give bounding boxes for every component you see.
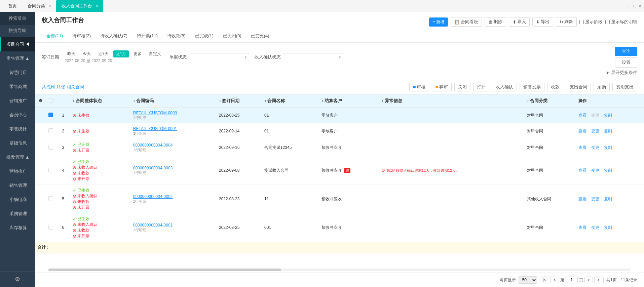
contract-code-link-4[interactable]: 0000000000004-0003 <box>133 166 173 170</box>
tab-home[interactable]: 首页 <box>3 0 22 12</box>
th-check[interactable] <box>46 94 56 108</box>
tab-all[interactable]: 全部(11) <box>42 30 68 42</box>
op-change-2[interactable]: 变更 <box>591 129 599 133</box>
show-label-checkbox[interactable] <box>605 20 610 24</box>
settings-icon[interactable]: ⚙ <box>0 271 35 287</box>
tab-pending-invoice[interactable]: 待开票(11) <box>132 30 162 42</box>
sales-invoice-btn[interactable]: 销售发票 <box>520 83 544 91</box>
op-copy-2[interactable]: 复制 <box>604 129 612 133</box>
sidebar-nav[interactable]: 快捷导航 <box>0 25 35 37</box>
sidebar-item-basic-info[interactable]: 基础信息 <box>0 136 35 150</box>
op-change-3[interactable]: 变更 <box>591 145 599 150</box>
op-view-4[interactable]: 查看 <box>578 168 586 173</box>
tab-closed[interactable]: 已关闭(0) <box>218 30 246 42</box>
contract-board-button[interactable]: 📋 合同看板 <box>451 17 482 27</box>
op-copy-3[interactable]: 复制 <box>604 145 612 150</box>
refresh-button[interactable]: ↻ 刷新 <box>556 17 577 27</box>
op-copy-6[interactable]: 复制 <box>604 225 612 230</box>
sidebar-item-retail-mgmt[interactable]: 零售管理 ▲ <box>0 51 35 66</box>
op-copy-1[interactable]: 复制 <box>604 113 612 118</box>
op-copy-4[interactable]: 复制 <box>604 168 612 173</box>
row-checkbox-6[interactable] <box>48 225 53 230</box>
date-opt-more[interactable]: 更多 <box>131 50 144 57</box>
sidebar-item-member-center[interactable]: 会员中心 <box>0 108 35 122</box>
sidebar-item-wholesale-mgmt[interactable]: 批发管理 ▲ <box>0 150 35 164</box>
date-opt-last1month[interactable]: 近1月 <box>113 50 129 57</box>
cell-check-6[interactable] <box>46 213 56 242</box>
import-button[interactable]: ⬆ 导入 <box>509 17 530 27</box>
income-confirm-select[interactable] <box>283 53 343 61</box>
cell-check-2[interactable] <box>46 123 56 139</box>
th-settle-customer[interactable]: ↕ 结算客户 <box>319 94 379 108</box>
sidebar-item-sales-mgmt[interactable]: 销售管理 <box>0 178 35 193</box>
sidebar-item-retail-mall[interactable]: 零售商城 <box>0 80 35 94</box>
show-label-checkbox-label[interactable]: 显示标的明细 <box>605 19 637 25</box>
tab-income-workbench[interactable]: 收入合同工作台 × <box>56 0 103 12</box>
cell-check-3[interactable] <box>46 139 56 156</box>
sidebar-item-project-contract[interactable]: 项目合同 ◀ <box>0 37 35 51</box>
payment-btn[interactable]: 收款 <box>547 83 563 91</box>
review-btn[interactable]: 审核 <box>409 83 429 91</box>
cell-check-5[interactable] <box>46 185 56 213</box>
tab-pending-confirm[interactable]: 待收入确认(7) <box>96 30 132 42</box>
close-tab-contract-category[interactable]: × <box>48 3 51 8</box>
contract-code-link-3[interactable]: 0000000000004-0004 <box>133 143 173 148</box>
purchase-btn[interactable]: 采购 <box>594 83 610 91</box>
contract-code-link-2[interactable]: RETAIL_CUSTOM-0001 <box>133 126 177 131</box>
op-copy-5[interactable]: 复制 <box>604 197 612 201</box>
delete-button[interactable]: 🗑 删除 <box>485 17 506 27</box>
close-btn[interactable]: 关闭 <box>454 83 470 91</box>
row-checkbox-1[interactable] <box>48 113 53 117</box>
page-size-select[interactable]: 50 100 200 <box>519 276 537 284</box>
op-change-5[interactable]: 变更 <box>591 197 599 201</box>
set-button[interactable]: 设置 <box>615 57 637 68</box>
contract-code-link-1[interactable]: RETAIL_CUSTOM-0003 <box>133 111 177 115</box>
contract-code-link-5[interactable]: 0000000000004-0002 <box>133 194 173 199</box>
th-contract-code[interactable]: ↕ 合同编码 <box>130 94 216 108</box>
op-view-1[interactable]: 查看 <box>578 113 586 118</box>
close-btn[interactable]: × <box>639 3 641 8</box>
date-opt-last7[interactable]: 近7天 <box>96 50 111 57</box>
maximize-btn[interactable]: □ <box>634 3 636 8</box>
row-checkbox-4[interactable] <box>48 168 53 172</box>
cell-check-1[interactable] <box>46 108 56 123</box>
date-opt-custom[interactable]: 自定义 <box>146 50 164 57</box>
th-contract-category[interactable]: ↕ 合同分类 <box>524 94 576 108</box>
fee-out-btn[interactable]: 费用支出 <box>612 83 637 91</box>
close-tab-income-workbench[interactable]: × <box>96 3 98 8</box>
open-btn[interactable]: 打开 <box>473 83 489 91</box>
tab-changed[interactable]: 已变更(4) <box>246 30 274 42</box>
row-checkbox-2[interactable] <box>48 128 53 133</box>
th-contract-name[interactable]: ↕ 合同名称 <box>262 94 319 108</box>
th-gear[interactable]: ⚙ <box>35 94 46 108</box>
first-page-btn[interactable]: |< <box>540 277 549 283</box>
sidebar-item-smart-store[interactable]: 智慧门店 <box>0 66 35 80</box>
sidebar-item-ecommerce[interactable]: 小畅电商 <box>0 193 35 207</box>
sidebar-item-inventory[interactable]: 库存核算 <box>0 221 35 235</box>
page-input[interactable] <box>566 277 578 283</box>
th-sign-date[interactable]: ↕ 签订日期 <box>216 94 262 108</box>
next-page-btn[interactable]: > <box>584 277 593 283</box>
expand-filter-button[interactable]: ▼ 展开更多条件 <box>605 70 637 76</box>
tab-pending-review[interactable]: 待审核(2) <box>68 30 96 42</box>
query-button[interactable]: 查询 <box>615 47 637 56</box>
tab-contract-category[interactable]: 合同分类 × <box>22 0 56 12</box>
minimize-btn[interactable]: － <box>627 3 631 9</box>
date-opt-today[interactable]: 今天 <box>80 50 93 57</box>
sidebar-search[interactable]: 搜索菜单 <box>0 12 35 25</box>
th-contract-status[interactable]: ↕ 合同整体状态 <box>70 94 130 108</box>
select-all-checkbox[interactable] <box>49 98 53 103</box>
th-error-info[interactable]: ↕ 异常信息 <box>379 94 524 108</box>
show-stage-checkbox[interactable] <box>579 20 584 24</box>
abandon-btn[interactable]: 弃审 <box>432 83 452 91</box>
op-change-6[interactable]: 变更 <box>591 225 599 230</box>
op-view-6[interactable]: 查看 <box>578 225 586 230</box>
op-view-3[interactable]: 查看 <box>578 145 586 150</box>
scrollbar-thumb[interactable] <box>48 269 281 271</box>
expense-out-btn[interactable]: 支出合同 <box>566 83 591 91</box>
doc-status-select[interactable] <box>189 53 249 61</box>
tab-completed[interactable]: 已完成(1) <box>190 30 218 42</box>
cell-check-4[interactable] <box>46 156 56 185</box>
date-opt-yesterday[interactable]: 昨天 <box>65 50 78 57</box>
row-checkbox-5[interactable] <box>48 196 53 201</box>
